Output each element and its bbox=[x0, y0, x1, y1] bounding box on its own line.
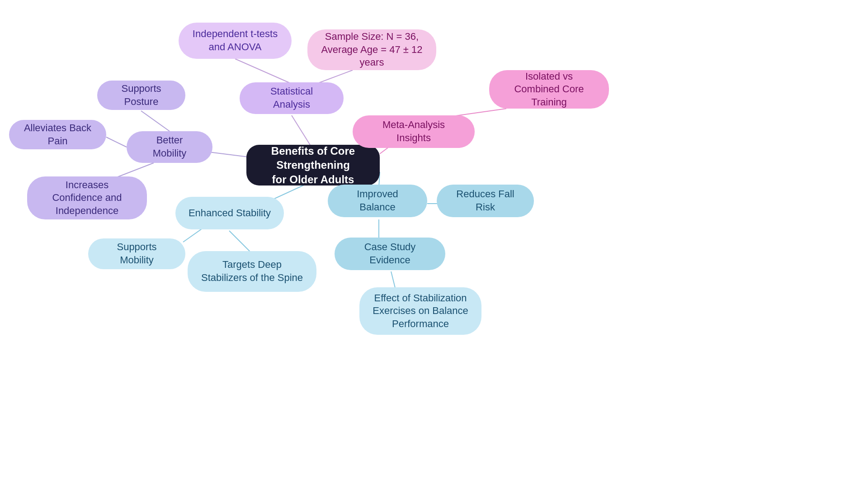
enhanced-stability-node: Enhanced Stability bbox=[175, 197, 284, 229]
increases-confidence-node: Increases Confidence and Independence bbox=[27, 176, 147, 219]
sample-size-node: Sample Size: N = 36, Average Age = 47 ± … bbox=[307, 29, 436, 70]
svg-line-2 bbox=[106, 137, 127, 147]
targets-deep-stabilizers-node: Targets Deep Stabilizers of the Spine bbox=[188, 251, 316, 292]
svg-line-6 bbox=[316, 70, 353, 84]
supports-posture-node: Supports Posture bbox=[97, 81, 185, 110]
alleviates-back-pain-node: Alleviates Back Pain bbox=[9, 120, 106, 149]
statistical-analysis-node: Statistical Analysis bbox=[240, 82, 344, 114]
meta-analysis-node: Meta-Analysis Insights bbox=[353, 115, 475, 148]
svg-line-5 bbox=[235, 59, 292, 84]
svg-line-11 bbox=[229, 231, 252, 253]
reduces-fall-risk-node: Reduces Fall Risk bbox=[437, 185, 534, 217]
better-mobility-node: Better Mobility bbox=[127, 131, 212, 163]
case-study-evidence-node: Case Study Evidence bbox=[335, 238, 445, 270]
center-node: Benefits of Core Strengtheningfor Older … bbox=[246, 145, 380, 186]
independent-ttests-node: Independent t-tests and ANOVA bbox=[179, 23, 292, 59]
supports-mobility-node: Supports Mobility bbox=[88, 238, 185, 269]
effect-stabilization-node: Effect of Stabilization Exercises on Bal… bbox=[359, 287, 481, 335]
svg-line-15 bbox=[391, 271, 396, 290]
isolated-vs-combined-node: Isolated vs Combined Core Training bbox=[489, 70, 609, 109]
improved-balance-node: Improved Balance bbox=[328, 185, 427, 217]
svg-line-1 bbox=[141, 111, 170, 131]
